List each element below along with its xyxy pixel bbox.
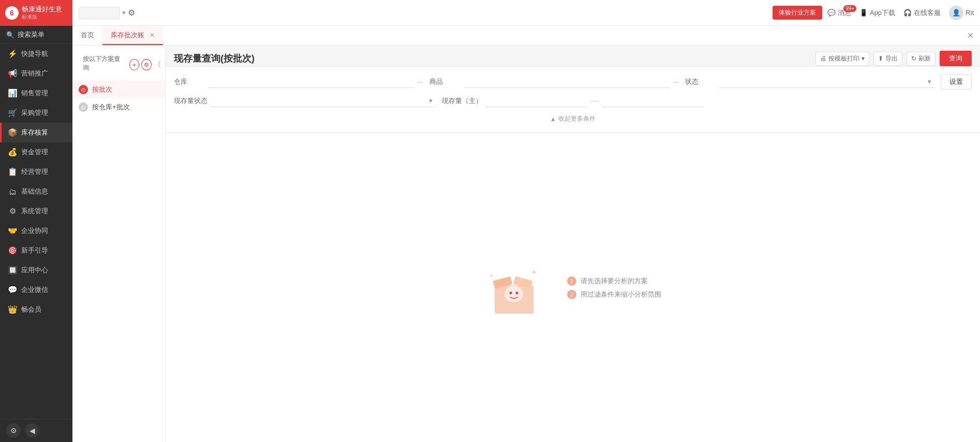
sidebar-item-basic[interactable]: 🗂 基础信息 (0, 182, 72, 201)
stock-qty-filter: 现存量（主） — (442, 95, 704, 107)
search-icon: 🔍 (6, 31, 14, 39)
print-icon: 🖨 (820, 55, 826, 62)
nav-label-wechat: 企业微信 (21, 285, 48, 294)
header-actions: 🖨 按模板打印 ▾ ⬆ 导出 ↻ 刷新 查询 (815, 51, 972, 66)
tab-home[interactable]: 首页 (72, 26, 102, 45)
panel-item-by-batch[interactable]: ◎ 按批次 (72, 81, 165, 98)
messages-badge: 99+ (843, 5, 856, 12)
stock-qty-label: 现存量（主） (442, 96, 482, 106)
nav-label-finance: 资金管理 (21, 148, 48, 157)
sidebar-item-apps[interactable]: 🔲 应用中心 (0, 260, 72, 280)
settings-gear-btn[interactable]: ⚙ (6, 423, 21, 438)
sidebar-item-finance[interactable]: 💰 资金管理 (0, 142, 72, 162)
svg-text:✦: ✦ (489, 273, 494, 278)
collapse-btn[interactable]: ▲ 收起更多条件 (546, 112, 600, 125)
nav-icon-newbie: 🎯 (8, 246, 17, 255)
svg-point-5 (516, 291, 518, 294)
tip-num-1: 1 (567, 276, 576, 286)
tab-close-icon[interactable]: ✕ (150, 32, 155, 39)
stock-status-dropdown[interactable]: ▾ (211, 95, 436, 107)
online-service-label: 在线客服 (914, 8, 941, 18)
sidebar-collapse-btn[interactable]: ◀ (25, 423, 39, 438)
chevron-down-icon: ▾ (122, 9, 126, 17)
topbar-search-input[interactable] (79, 7, 120, 19)
tab-panel-close-btn[interactable]: ✕ (961, 31, 980, 40)
sidebar-item-purchase[interactable]: 🛒 采购管理 (0, 103, 72, 123)
batch-icon: ◎ (79, 85, 88, 94)
sidebar-header: 6 畅康通好生意 标准版 (0, 0, 72, 26)
nav-icon-apps: 🔲 (8, 266, 17, 275)
nav-label-inventory: 库存核算 (21, 128, 48, 137)
right-content: 现存量查询(按批次) 🖨 按模板打印 ▾ ⬆ 导出 ↻ 刷新 (166, 46, 980, 442)
add-scheme-btn[interactable]: + (129, 59, 140, 70)
message-icon: 💬 (827, 9, 836, 17)
nav-label-quick-nav: 快捷导航 (21, 49, 48, 58)
empty-svg: ✦ ✦ (484, 257, 546, 319)
stock-status-arrow: ▾ (429, 97, 433, 105)
tab-batch-inventory[interactable]: 库存批次账 ✕ (102, 26, 163, 45)
warehouse-filter: 仓库 ··· (174, 76, 423, 88)
sidebar-item-newbie[interactable]: 🎯 新手引导 (0, 241, 72, 260)
scheme-settings-btn[interactable]: ⚙ (141, 59, 152, 70)
tip-item-1: 1 请先选择要分析的方案 (567, 276, 661, 286)
nav-icon-sales: 📊 (8, 89, 17, 98)
main-content: ▾ ⚙ 体验行业方案 💬 消息 99+ 📱 App下载 🎧 在线客服 👤 Rit (72, 0, 980, 442)
sidebar-item-system[interactable]: ⚙ 系统管理 (0, 201, 72, 221)
status-dropdown-arrow: ▾ (928, 78, 931, 85)
stock-qty-input[interactable] (485, 95, 587, 107)
product-more-icon[interactable]: ··· (673, 78, 679, 86)
panel-item-by-warehouse-batch[interactable]: ◎ 按仓库+批次 (72, 98, 165, 116)
warehouse-label: 仓库 (174, 77, 205, 86)
sidebar-item-inventory[interactable]: 📦 库存核算 (0, 123, 72, 142)
product-input[interactable] (464, 76, 670, 88)
panel-title: 按以下方案查询 (77, 53, 127, 77)
panel-item-by-batch-label: 按批次 (92, 85, 112, 94)
app-download-btn[interactable]: 📱 App下载 (859, 8, 895, 18)
filter-row-2: 现存量状态 ▾ 现存量（主） — (174, 95, 972, 107)
panel-collapse-btn[interactable]: 《 (154, 60, 161, 69)
sidebar-item-quick-nav[interactable]: ⚡ 快捷导航 (0, 44, 72, 64)
svg-text:✦: ✦ (531, 268, 537, 276)
empty-tips: 1 请先选择要分析的方案 2 用过滤条件来缩小分析范围 (567, 276, 661, 299)
messages-btn[interactable]: 💬 消息 99+ (827, 8, 851, 18)
online-service-btn[interactable]: 🎧 在线客服 (903, 8, 941, 18)
sidebar-item-marketing[interactable]: 📢 营销推广 (0, 64, 72, 83)
warehouse-input[interactable] (208, 76, 414, 88)
sidebar-item-member[interactable]: 👑 畅会员 (0, 300, 72, 319)
status-dropdown[interactable]: ▾ (719, 76, 934, 88)
topbar-actions: 体验行业方案 (773, 6, 822, 20)
export-btn[interactable]: ⬆ 导出 (873, 52, 902, 66)
svg-point-4 (510, 291, 512, 294)
topbar-icon-group: 💬 消息 99+ 📱 App下载 🎧 在线客服 👤 Rit (827, 6, 974, 20)
refresh-btn[interactable]: ↻ 刷新 (907, 52, 936, 66)
nav-icon-basic: 🗂 (8, 187, 17, 196)
tab-batch-inventory-label: 库存批次账 (111, 31, 144, 40)
tab-bar: 首页 库存批次账 ✕ ✕ (72, 26, 980, 46)
gear-icon[interactable]: ⚙ (128, 8, 135, 18)
refresh-label: 刷新 (918, 54, 931, 63)
sidebar-item-enterprise[interactable]: 🤝 企业协同 (0, 221, 72, 241)
user-avatar[interactable]: 👤 Rit (949, 6, 974, 20)
status-filter: 状态 ▾ (685, 76, 934, 88)
page-header: 现存量查询(按批次) 🖨 按模板打印 ▾ ⬆ 导出 ↻ 刷新 (166, 46, 980, 67)
refresh-icon: ↻ (911, 55, 916, 62)
sidebar-item-wechat[interactable]: 💬 企业微信 (0, 280, 72, 300)
filter-collapse-row: ▲ 收起更多条件 (174, 112, 972, 125)
sidebar-search[interactable]: 🔍 搜索菜单 (0, 26, 72, 44)
stock-status-filter: 现存量状态 ▾ (174, 95, 436, 107)
sidebar-item-operations[interactable]: 📋 经营管理 (0, 162, 72, 182)
settings-btn[interactable]: 设置 (941, 74, 972, 90)
nav-label-member: 畅会员 (21, 305, 41, 314)
print-template-btn[interactable]: 🖨 按模板打印 ▾ (815, 52, 869, 66)
industry-btn[interactable]: 体验行业方案 (773, 6, 822, 20)
sidebar-title: 畅康通好生意 (22, 5, 62, 13)
sidebar-nav: ⚡ 快捷导航 📢 营销推广 📊 销售管理 🛒 采购管理 📦 库存核算 💰 资金管… (0, 44, 72, 419)
topbar-breadcrumb: ▾ ⚙ (79, 7, 767, 19)
stock-qty-input2[interactable] (602, 95, 704, 107)
query-btn[interactable]: 查询 (940, 51, 972, 66)
nav-icon-finance: 💰 (8, 148, 17, 157)
warehouse-more-icon[interactable]: ··· (417, 78, 423, 86)
svg-point-3 (504, 286, 523, 302)
sidebar-item-sales[interactable]: 📊 销售管理 (0, 83, 72, 103)
nav-label-system: 系统管理 (21, 207, 48, 216)
